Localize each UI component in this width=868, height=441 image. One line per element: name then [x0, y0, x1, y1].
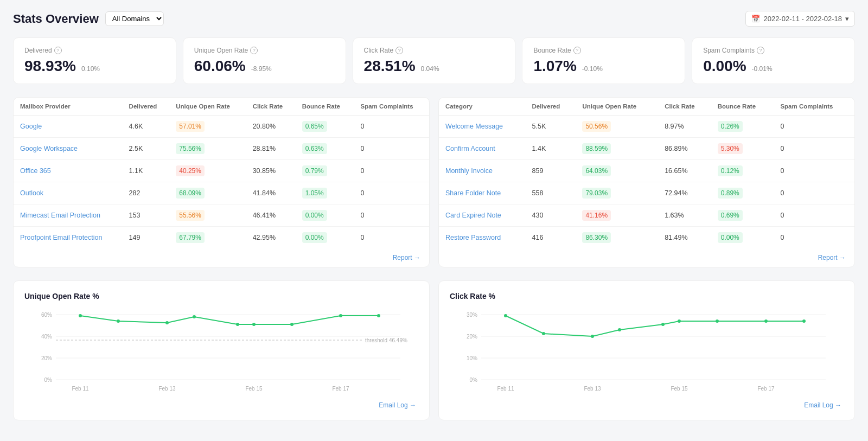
col-mailbox-delivered: Delivered — [123, 98, 170, 116]
bounce-rate-info-icon[interactable]: ? — [573, 47, 581, 54]
cat-open-rate: 79.03% — [576, 182, 658, 204]
cat-delivered: 430 — [526, 204, 576, 227]
col-category: Category — [439, 98, 526, 116]
mailbox-provider-link[interactable]: Google Workspace — [20, 145, 78, 152]
mailbox-spam: 0 — [354, 227, 429, 249]
svg-text:Feb 11: Feb 11 — [497, 386, 514, 392]
table-row: Restore Password 416 86.30% 81.49% 0.00%… — [439, 227, 854, 249]
mailbox-spam: 0 — [354, 160, 429, 182]
table-row: Confirm Account 1.4K 88.59% 86.89% 5.30%… — [439, 138, 854, 160]
open-rate-chart-title: Unique Open Rate % — [24, 292, 418, 301]
click-rate-label: Click Rate ? — [364, 47, 505, 54]
svg-text:40%: 40% — [41, 334, 52, 340]
click-rate-info-icon[interactable]: ? — [395, 47, 403, 54]
mailbox-spam: 0 — [354, 116, 429, 138]
svg-text:threshold 46.49%: threshold 46.49% — [365, 337, 407, 343]
bounce-rate-label: Bounce Rate ? — [533, 47, 674, 54]
mailbox-provider-link[interactable]: Mimecast Email Protection — [20, 212, 100, 219]
svg-text:20%: 20% — [41, 355, 52, 361]
table-row: Share Folder Note 558 79.03% 72.94% 0.89… — [439, 182, 854, 204]
delivered-delta: 0.10% — [81, 65, 100, 73]
svg-text:60%: 60% — [41, 312, 52, 318]
open-rate-email-log-link[interactable]: Email Log → — [24, 396, 418, 409]
cat-spam: 0 — [774, 160, 854, 182]
table-row: Proofpoint Email Protection 149 67.79% 4… — [14, 227, 429, 249]
col-mailbox-provider: Mailbox Provider — [14, 98, 123, 116]
delivered-value: 98.93% — [24, 57, 76, 75]
cat-open-rate: 64.03% — [576, 160, 658, 182]
mailbox-click-rate: 41.84% — [246, 182, 296, 204]
svg-text:Feb 15: Feb 15 — [245, 386, 263, 392]
category-link[interactable]: Confirm Account — [445, 145, 495, 152]
click-rate-value: 28.51% — [364, 57, 416, 75]
bounce-rate-card: Bounce Rate ? 1.07% -0.10% — [522, 37, 685, 84]
svg-point-15 — [117, 319, 120, 323]
delivered-info-icon[interactable]: ? — [54, 47, 62, 54]
spam-value: 0.00% — [703, 57, 746, 75]
svg-point-20 — [290, 323, 293, 326]
date-range-label: 2022-02-11 - 2022-02-18 — [763, 15, 842, 23]
mailbox-delivered: 1.1K — [123, 160, 170, 182]
mailbox-click-rate: 20.80% — [246, 116, 296, 138]
cat-bounce-rate: 0.26% — [711, 116, 774, 138]
mailbox-bounce-rate: 0.79% — [296, 160, 354, 182]
mailbox-provider-link[interactable]: Proofpoint Email Protection — [20, 234, 102, 241]
mailbox-bounce-rate: 1.05% — [296, 182, 354, 204]
table-row: Card Expired Note 430 41.16% 1.63% 0.69%… — [439, 204, 854, 227]
cat-delivered: 859 — [526, 160, 576, 182]
category-link[interactable]: Restore Password — [445, 234, 501, 241]
mailbox-open-rate: 55.56% — [169, 204, 246, 227]
mailbox-spam: 0 — [354, 182, 429, 204]
open-rate-value: 60.06% — [194, 57, 246, 75]
header-left: Stats Overview All Domains — [13, 11, 164, 26]
col-mailbox-spam: Spam Complaints — [354, 98, 429, 116]
open-rate-label: Unique Open Rate ? — [194, 47, 335, 54]
svg-point-22 — [377, 314, 380, 317]
cat-click-rate: 86.89% — [658, 138, 711, 160]
spam-info-icon[interactable]: ? — [757, 47, 764, 54]
open-rate-chart-area: 60% 40% 20% 0% threshold 46.49% Feb 11 F… — [24, 309, 418, 396]
col-cat-delivered: Delivered — [526, 98, 576, 116]
cat-delivered: 558 — [526, 182, 576, 204]
mailbox-provider-link[interactable]: Google — [20, 123, 42, 130]
mailbox-report-link[interactable]: Report → — [14, 248, 429, 267]
svg-text:20%: 20% — [467, 334, 477, 340]
cat-spam: 0 — [774, 182, 854, 204]
table-row: Welcome Message 5.5K 50.56% 8.97% 0.26% … — [439, 116, 854, 138]
table-row: Google Workspace 2.5K 75.56% 28.81% 0.63… — [14, 138, 429, 160]
open-rate-info-icon[interactable]: ? — [250, 47, 258, 54]
col-cat-click-rate: Click Rate — [658, 98, 711, 116]
delivered-card: Delivered ? 98.93% 0.10% — [13, 37, 176, 84]
date-range-picker[interactable]: 📅 2022-02-11 - 2022-02-18 ▾ — [745, 11, 855, 27]
svg-text:0%: 0% — [44, 377, 53, 383]
page-title: Stats Overview — [13, 12, 99, 26]
click-rate-chart-container: Click Rate % 30% 20% 10% 0% Feb 11 Feb 1… — [438, 280, 855, 420]
svg-point-35 — [504, 314, 507, 317]
cat-open-rate: 41.16% — [576, 204, 658, 227]
mailbox-open-rate: 75.56% — [169, 138, 246, 160]
col-cat-spam: Spam Complaints — [774, 98, 854, 116]
cat-open-rate: 50.56% — [576, 116, 658, 138]
category-link[interactable]: Card Expired Note — [445, 212, 501, 219]
category-report-link[interactable]: Report → — [439, 248, 854, 267]
mailbox-provider-link[interactable]: Outlook — [20, 189, 43, 197]
cat-spam: 0 — [774, 204, 854, 227]
mailbox-click-rate: 42.95% — [246, 227, 296, 249]
cat-delivered: 5.5K — [526, 116, 576, 138]
cat-delivered: 416 — [526, 227, 576, 249]
mailbox-click-rate: 30.85% — [246, 160, 296, 182]
click-rate-email-log-link[interactable]: Email Log → — [450, 396, 844, 409]
domain-select[interactable]: All Domains — [105, 11, 164, 26]
category-link[interactable]: Share Folder Note — [445, 189, 501, 197]
category-link[interactable]: Welcome Message — [445, 123, 503, 130]
cat-bounce-rate: 0.12% — [711, 160, 774, 182]
mailbox-delivered: 2.5K — [123, 138, 170, 160]
summary-cards: Delivered ? 98.93% 0.10% Unique Open Rat… — [13, 37, 855, 84]
cat-open-rate: 88.59% — [576, 138, 658, 160]
mailbox-provider-link[interactable]: Office 365 — [20, 167, 51, 175]
svg-point-40 — [678, 319, 681, 323]
table-row: Monthly Invoice 859 64.03% 16.65% 0.12% … — [439, 160, 854, 182]
mailbox-delivered: 282 — [123, 182, 170, 204]
col-mailbox-click-rate: Click Rate — [246, 98, 296, 116]
category-link[interactable]: Monthly Invoice — [445, 167, 493, 175]
